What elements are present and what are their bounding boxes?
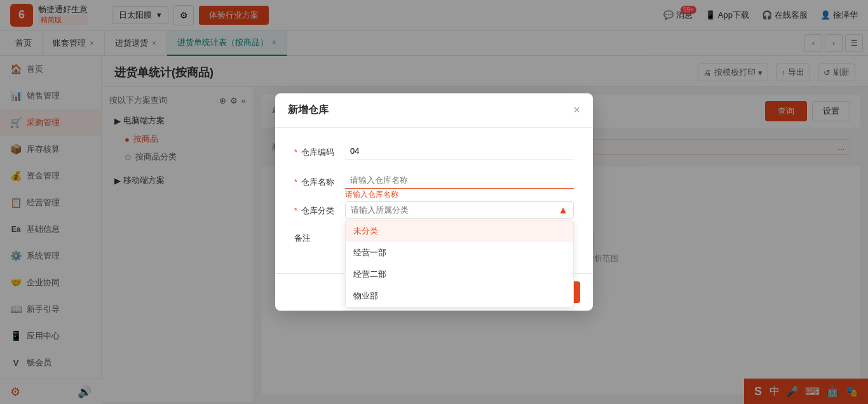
modal-body: * 仓库编码 * 仓库名称 请输入仓库名称 * [275,128,593,273]
modal-title: 新增仓库 [288,104,329,117]
category-label: * 仓库分类 [294,201,345,217]
name-required-mark: * [294,177,297,187]
name-form-row: * 仓库名称 请输入仓库名称 [294,172,574,189]
add-warehouse-modal: 新增仓库 × * 仓库编码 * 仓库名称 [275,93,593,311]
name-input[interactable] [345,172,574,189]
category-required-mark: * [294,206,297,215]
category-input-wrapper: ▲ 未分类 经营一部 经营二部 物业部 [345,201,574,219]
name-error-msg: 请输入仓库名称 [345,189,398,200]
dropdown-option-dept3[interactable]: 物业部 [346,285,573,307]
category-dropdown-list: 未分类 经营一部 经营二部 物业部 [345,220,574,307]
code-form-row: * 仓库编码 [294,143,574,159]
name-label: * 仓库名称 [294,173,345,188]
category-form-row: * 仓库分类 ▲ 未分类 经营一部 经营二部 物业部 [294,201,574,219]
modal-header: 新增仓库 × [275,93,593,128]
modal-close-button[interactable]: × [573,104,580,117]
category-input[interactable] [351,205,568,215]
notes-label: 备注 [294,229,345,244]
category-dropdown-trigger[interactable]: ▲ [345,201,574,219]
code-label: * 仓库编码 [294,143,345,158]
code-input[interactable] [345,143,574,159]
dropdown-option-dept1[interactable]: 经营一部 [346,242,573,264]
code-required-mark: * [294,147,297,157]
dropdown-option-unclassified[interactable]: 未分类 [346,220,573,242]
modal-overlay: 新增仓库 × * 仓库编码 * 仓库名称 [0,0,868,404]
dropdown-chevron-icon: ▲ [558,205,568,216]
dropdown-option-dept2[interactable]: 经营二部 [346,264,573,285]
